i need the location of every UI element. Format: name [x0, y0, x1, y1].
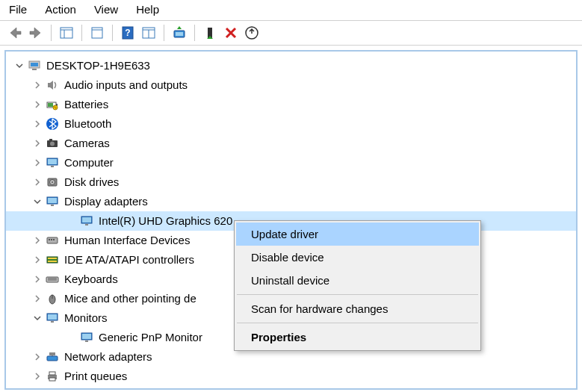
- svg-point-20: [53, 105, 58, 110]
- svg-rect-60: [49, 378, 55, 381]
- svg-rect-54: [85, 340, 88, 342]
- svg-rect-55: [47, 356, 58, 361]
- context-scan-hardware[interactable]: Scan for hardware changes: [236, 297, 479, 320]
- battery-icon: [45, 97, 60, 112]
- enable-device-button[interactable]: [201, 24, 219, 42]
- mouse-icon: [45, 291, 60, 306]
- properties-button[interactable]: [140, 24, 158, 42]
- tree-node[interactable]: Batteries: [6, 95, 576, 114]
- tree-node-label: Disk drives: [64, 172, 119, 192]
- chevron-down-icon[interactable]: [13, 60, 25, 72]
- update-driver-icon: [172, 25, 187, 40]
- svg-rect-11: [176, 32, 183, 36]
- svg-rect-3: [92, 28, 102, 38]
- svg-rect-43: [48, 261, 57, 262]
- tree-node-label: Human Interface Devices: [64, 231, 190, 250]
- chevron-right-icon[interactable]: [31, 370, 43, 382]
- tree-node[interactable]: Print queues: [6, 367, 576, 386]
- separator: [112, 25, 113, 41]
- svg-point-30: [52, 181, 53, 183]
- context-properties[interactable]: Properties: [236, 326, 479, 349]
- ide-icon: [45, 252, 60, 267]
- separator: [194, 25, 195, 41]
- svg-point-23: [50, 142, 55, 146]
- tree-node-label: Audio inputs and outputs: [64, 75, 188, 95]
- uninstall-device-button[interactable]: [243, 24, 261, 42]
- chevron-right-icon[interactable]: [31, 99, 43, 111]
- back-icon: [7, 25, 22, 40]
- speaker-icon: [45, 78, 60, 93]
- svg-text:?: ?: [125, 28, 130, 38]
- tree-node[interactable]: Audio inputs and outputs: [6, 75, 576, 95]
- back-button[interactable]: [6, 24, 24, 42]
- tree-node-label: Print queues: [64, 367, 127, 386]
- menu-action[interactable]: Action: [45, 3, 76, 16]
- refresh-button[interactable]: [88, 24, 106, 42]
- help-button[interactable]: ?: [119, 24, 137, 42]
- tree-node-label: Mice and other pointing de: [64, 289, 196, 308]
- tree-node-label: Network adapters: [64, 347, 152, 367]
- properties-icon: [141, 25, 156, 40]
- context-separator: [237, 323, 478, 323]
- disk-icon: [45, 175, 60, 190]
- camera-icon: [45, 136, 60, 151]
- svg-rect-38: [49, 239, 50, 240]
- separator: [81, 25, 82, 41]
- context-uninstall-device[interactable]: Uninstall device: [236, 269, 479, 292]
- tree-node[interactable]: Computer: [6, 153, 576, 172]
- menu-help[interactable]: Help: [136, 3, 159, 16]
- context-separator: [237, 294, 478, 295]
- tree-leaf-label: Generic PnP Monitor: [99, 328, 202, 347]
- context-disable-device[interactable]: Disable device: [236, 246, 479, 269]
- monitor-icon: [45, 311, 60, 326]
- svg-rect-59: [49, 372, 55, 375]
- uninstall-device-icon: [244, 25, 259, 40]
- forward-icon: [28, 25, 43, 40]
- svg-rect-36: [85, 224, 88, 225]
- chevron-right-icon[interactable]: [31, 273, 43, 285]
- monitor-icon: [45, 194, 60, 209]
- tree-node[interactable]: Bluetooth: [6, 114, 576, 134]
- svg-rect-40: [53, 239, 55, 240]
- chevron-down-icon[interactable]: [31, 312, 43, 324]
- tree-root-label: DESKTOP-1H9E633: [46, 56, 150, 75]
- tree-node-label: Batteries: [64, 95, 108, 114]
- disable-device-button[interactable]: [222, 24, 240, 42]
- tree-root[interactable]: DESKTOP-1H9E633: [6, 56, 576, 75]
- tree-node-label: IDE ATA/ATAPI controllers: [64, 250, 194, 270]
- svg-rect-0: [61, 28, 72, 38]
- menu-view[interactable]: View: [94, 3, 118, 16]
- chevron-down-icon[interactable]: [31, 196, 43, 208]
- context-update-driver[interactable]: Update driver: [236, 223, 479, 246]
- chevron-right-icon[interactable]: [31, 176, 43, 188]
- bluetooth-icon: [45, 116, 60, 131]
- svg-rect-16: [32, 69, 37, 70]
- computer-icon: [27, 58, 42, 73]
- menubar: File Action View Help: [0, 0, 582, 21]
- tree-node[interactable]: Disk drives: [6, 172, 576, 192]
- chevron-right-icon[interactable]: [31, 157, 43, 169]
- help-icon: ?: [120, 25, 135, 40]
- show-hide-tree-button[interactable]: [58, 24, 75, 42]
- network-icon: [45, 349, 60, 364]
- forward-button[interactable]: [27, 24, 45, 42]
- svg-rect-19: [48, 103, 53, 107]
- svg-rect-27: [51, 166, 54, 167]
- chevron-right-icon[interactable]: [31, 254, 43, 266]
- tree-node[interactable]: Display adapters: [6, 192, 576, 211]
- chevron-right-icon[interactable]: [31, 118, 43, 130]
- tree-leaf-label: Intel(R) UHD Graphics 620: [99, 211, 232, 231]
- tree-node[interactable]: Cameras: [6, 134, 576, 153]
- monitor-icon: [45, 155, 60, 170]
- chevron-right-icon[interactable]: [31, 293, 43, 305]
- separator: [164, 25, 164, 41]
- chevron-right-icon[interactable]: [31, 234, 43, 246]
- update-driver-button[interactable]: [170, 24, 188, 42]
- tree-node-label: Bluetooth: [64, 114, 111, 134]
- menu-file[interactable]: File: [9, 3, 27, 16]
- disable-device-icon: [223, 25, 238, 40]
- chevron-right-icon[interactable]: [31, 137, 43, 149]
- refresh-icon: [90, 25, 105, 40]
- chevron-right-icon[interactable]: [31, 351, 43, 363]
- chevron-right-icon[interactable]: [31, 79, 43, 91]
